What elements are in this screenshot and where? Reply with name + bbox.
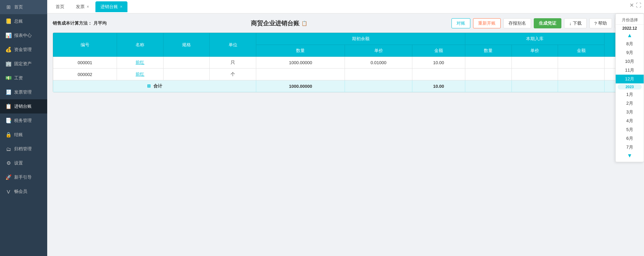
total-in-qty [465, 80, 511, 92]
col-in-amount: 金额 [558, 45, 605, 57]
download-button[interactable]: ↓ 下载 [564, 18, 587, 28]
window-close-button[interactable]: ✕ [630, 2, 634, 8]
tab-home[interactable]: 首页 [51, 1, 69, 12]
reconcile-button[interactable]: 对账 [451, 18, 470, 28]
month-item-4[interactable]: 4月 [616, 117, 644, 125]
generate-button[interactable]: 生成凭证 [534, 18, 561, 28]
col-spec: 规格 [163, 33, 210, 57]
total-text: 合计 [153, 83, 162, 88]
tax-icon: 📑 [5, 118, 11, 124]
col-start-amount: 金额 [412, 45, 465, 57]
window-maximize-button[interactable]: ⛶ [636, 2, 641, 8]
total-in-amount [558, 80, 605, 92]
total-row: ⊞ 合计 1000.00000 10.00 [53, 80, 638, 92]
info-bar: 销售成本计算方法： 月平均 商贸企业进销台账 📋 对账 重新开账 存报别名 生成… [53, 18, 639, 28]
row1-start-price: 0.01000 [345, 57, 412, 69]
reset-label: 重新开账 [478, 20, 496, 26]
col-period-start: 期初余额 [256, 33, 465, 45]
sidebar-item-close[interactable]: 🔒 结账 [0, 128, 47, 142]
sidebar-label-home: 首页 [14, 4, 23, 10]
edit-title-icon[interactable]: 📋 [301, 21, 307, 26]
col-in-qty: 数量 [465, 45, 511, 57]
row1-name[interactable]: 前红 [117, 57, 163, 69]
row1-start-amount: 10.00 [412, 57, 465, 69]
purchase-sales-table: 编号 名称 规格 单位 期初余额 本期入库 数 数量 单价 金额 数量 单价 [53, 32, 639, 93]
sidebar-item-guide[interactable]: 🚀 新手引导 [0, 170, 47, 184]
sidebar-item-reports[interactable]: 📊 报表中心 [0, 28, 47, 43]
settings-icon: ⚙ [5, 160, 11, 166]
content-area: 销售成本计算方法： 月平均 商贸企业进销台账 📋 对账 重新开账 存报别名 生成… [47, 14, 644, 256]
row1-spec [163, 57, 210, 69]
tabs-bar: 首页 发票 × 进销台账 × [47, 0, 644, 14]
archive-icon: 🗂 [5, 146, 11, 152]
sidebar-label-funds: 资金管理 [14, 47, 32, 53]
tab-purchase-sales-label: 进销台账 [100, 4, 118, 10]
month-item-9[interactable]: 9月 [616, 48, 644, 57]
sidebar-label-guide: 新手引导 [14, 174, 32, 180]
sidebar-item-member[interactable]: V 畅会员 [0, 184, 47, 199]
col-code: 编号 [53, 33, 117, 57]
row1-unit: 只 [210, 57, 256, 69]
tab-purchase-sales[interactable]: 进销台账 × [95, 1, 127, 12]
assets-icon: 🏢 [5, 61, 11, 67]
sidebar-item-purchase-sales[interactable]: 📋 进销台账 [0, 99, 47, 113]
tab-invoice[interactable]: 发票 × [71, 1, 94, 12]
sidebar-label-ledger: 总账 [14, 18, 23, 24]
toolbar-buttons: 对账 重新开账 存报别名 生成凭证 ↓ 下载 ? 帮助 [451, 18, 639, 28]
month-picker-title: 月份选择 [616, 16, 644, 25]
cost-method-info: 销售成本计算方法： 月平均 [53, 20, 107, 26]
row2-start-amount [412, 69, 465, 80]
reset-button[interactable]: 重新开账 [473, 18, 501, 28]
help-button[interactable]: ? 帮助 [589, 18, 612, 28]
row2-unit: 个 [210, 69, 256, 80]
month-item-12[interactable]: 12月 [616, 75, 644, 83]
month-picker-down-arrow[interactable]: ▼ [616, 152, 644, 160]
row2-spec [163, 69, 210, 80]
sidebar-item-assets[interactable]: 🏢 固定资产 [0, 57, 47, 71]
row2-start-qty [256, 69, 345, 80]
col-name: 名称 [117, 33, 163, 57]
row2-name[interactable]: 前红 [117, 69, 163, 80]
sidebar-item-salary[interactable]: 💵 工资 [0, 71, 47, 85]
sidebar-item-tax[interactable]: 📑 税务管理 [0, 113, 47, 128]
sidebar-item-archive[interactable]: 🗂 归档管理 [0, 142, 47, 156]
save-as-label: 存报别名 [508, 20, 526, 26]
sidebar-label-purchase-sales: 进销台账 [14, 103, 32, 109]
month-item-6[interactable]: 6月 [616, 134, 644, 143]
sidebar-item-ledger[interactable]: 📒 总账 [0, 14, 47, 28]
cost-method-label: 销售成本计算方法： [53, 21, 92, 26]
month-item-2[interactable]: 2月 [616, 99, 644, 108]
sidebar-label-tax: 税务管理 [14, 118, 32, 124]
sidebar-item-funds[interactable]: 💰 资金管理 [0, 43, 47, 57]
save-as-button[interactable]: 存报别名 [503, 18, 531, 28]
month-item-1[interactable]: 1月 [616, 90, 644, 99]
guide-icon: 🚀 [5, 174, 11, 180]
month-picker-up-arrow[interactable]: ▲ [616, 31, 644, 40]
reports-icon: 📊 [5, 32, 11, 39]
total-start-amount: 10.00 [412, 80, 465, 92]
row1-start-qty: 1000.00000 [256, 57, 345, 69]
month-item-8[interactable]: 8月 [616, 40, 644, 48]
month-item-5[interactable]: 5月 [616, 125, 644, 134]
month-item-11[interactable]: 11月 [616, 66, 644, 75]
sidebar-label-invoice-mgmt: 发票管理 [14, 89, 32, 95]
table-row: 000002 前红 个 [53, 69, 638, 80]
tab-invoice-close[interactable]: × [87, 4, 89, 9]
member-icon: V [5, 189, 11, 195]
reconcile-label: 对账 [457, 20, 465, 26]
month-item-10[interactable]: 10月 [616, 57, 644, 66]
col-unit: 单位 [210, 33, 256, 57]
sidebar-item-invoice-mgmt[interactable]: 🧾 发票管理 [0, 85, 47, 99]
sidebar-item-home[interactable]: ⊞ 首页 [0, 0, 47, 14]
tab-purchase-sales-close[interactable]: × [120, 4, 122, 9]
month-item-3[interactable]: 3月 [616, 108, 644, 117]
row1-in-qty [465, 57, 511, 69]
page-title-text: 商贸企业进销台账 [251, 19, 299, 27]
sidebar-label-close: 结账 [14, 132, 23, 138]
row2-code: 000002 [53, 69, 117, 80]
sidebar-label-archive: 归档管理 [14, 146, 32, 152]
home-icon: ⊞ [5, 4, 11, 10]
month-item-7[interactable]: 7月 [616, 143, 644, 152]
row2-in-price [511, 69, 558, 80]
sidebar-item-settings[interactable]: ⚙ 设置 [0, 156, 47, 170]
